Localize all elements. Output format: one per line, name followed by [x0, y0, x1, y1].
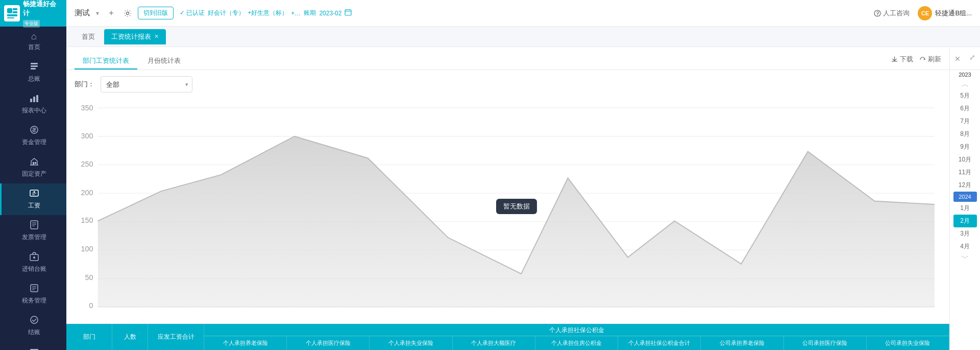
sales-icon [30, 252, 39, 263]
sidebar-item-invoice[interactable]: 发票管理 [0, 215, 66, 247]
svg-text:200: 200 [81, 189, 93, 197]
sidebar-item-ledger[interactable]: 总账 [0, 57, 66, 88]
svg-rect-1 [13, 8, 17, 10]
tabbar: 首页 工资统计报表 ✕ [66, 27, 980, 47]
calendar-icon[interactable] [345, 9, 352, 17]
svg-rect-7 [31, 68, 36, 69]
month-9[interactable]: 9月 [953, 141, 977, 153]
panel-down-button[interactable]: ﹀ [960, 253, 970, 263]
sidebar-nav: ⌂ 首页 总账 报表中心 资金管理 固定资产 [0, 27, 66, 350]
main-area: 测试 ▾ ＋ 切到旧版 ✓ 已认证 好会计（专） +好生意（标） +… 账期 2… [66, 0, 980, 350]
add-button[interactable]: ＋ [105, 7, 117, 19]
subtab-bar: 部门工资统计表 月份统计表 下载 刷新 [66, 47, 949, 70]
month-3[interactable]: 3月 [953, 227, 977, 240]
svg-text:250: 250 [81, 160, 93, 168]
month-12[interactable]: 12月 [953, 179, 977, 192]
month-4[interactable]: 4月 [953, 240, 977, 253]
sidebar-item-funds[interactable]: 资金管理 [0, 120, 66, 152]
tab-close-button[interactable]: ✕ [154, 33, 159, 40]
table-col-dept: 部门 [66, 324, 112, 350]
svg-text:350: 350 [81, 104, 93, 112]
svg-rect-13 [35, 162, 36, 164]
user-menu[interactable]: CE 轻捷通B组... [918, 6, 972, 20]
filter-bar: 部门： 全部 部门一 部门二 ▾ [66, 70, 949, 99]
refresh-button[interactable]: 刷新 [919, 55, 941, 64]
app-logo: 畅捷通好会计 专业版 [0, 0, 66, 27]
table-col-personal-housing-fund: 个人承担住房公积金 [535, 336, 618, 350]
panel-close-button[interactable]: ✕ [952, 53, 963, 65]
table-header: 部门 人数 应发工资合计 个人承担社保公积金 个人承担养老保险 [66, 323, 949, 350]
sidebar-item-salary[interactable]: 工资 [0, 183, 66, 215]
content-area: 部门工资统计表 月份统计表 下载 刷新 [66, 47, 980, 350]
old-version-button[interactable]: 切到旧版 [138, 7, 174, 19]
month-11[interactable]: 11月 [953, 166, 977, 179]
dept-filter-label: 部门： [75, 80, 94, 89]
panel-up-button[interactable]: ︿ [960, 79, 970, 89]
sidebar-item-tax[interactable]: 税务管理 [0, 278, 66, 310]
table-col-personal-medical: 个人承担医疗保险 [287, 336, 370, 350]
app-name: 畅捷通好会计 专业版 [23, 0, 62, 28]
month-10[interactable]: 10月 [953, 153, 977, 166]
funds-icon [30, 125, 39, 136]
month-5[interactable]: 5月 [953, 89, 977, 102]
month-6[interactable]: 6月 [953, 102, 977, 115]
topbar: 测试 ▾ ＋ 切到旧版 ✓ 已认证 好会计（专） +好生意（标） +… 账期 2… [66, 0, 980, 27]
sidebar-item-archive[interactable]: 归档管理 [0, 342, 66, 350]
salary-icon [30, 189, 39, 199]
logo-icon [4, 5, 20, 21]
company-name: 测试 [75, 8, 90, 18]
company-dropdown-arrow[interactable]: ▾ [96, 10, 99, 17]
panel-expand-button[interactable]: ⤢ [967, 51, 977, 63]
archive-icon [30, 347, 39, 350]
month-1[interactable]: 1月 [953, 202, 977, 215]
assist-label: 人工咨询 [883, 9, 910, 18]
svg-rect-6 [31, 65, 38, 67]
topbar-status: ✓ 已认证 好会计（专） +好生意（标） +… 账期 2023-02 [180, 9, 352, 17]
tag2: +好生意（标） [248, 9, 288, 17]
period-label: 账期 [304, 9, 316, 17]
assets-icon [30, 157, 39, 168]
sidebar-item-reports[interactable]: 报表中心 [0, 88, 66, 120]
sidebar: 畅捷通好会计 专业版 ⌂ 首页 总账 报表中心 资金管理 [0, 0, 66, 350]
month-7[interactable]: 7月 [953, 115, 977, 128]
svg-text:100: 100 [81, 245, 93, 253]
certified-label: ✓ 已认证 [180, 9, 205, 17]
sidebar-item-settle[interactable]: 结账 [0, 310, 66, 342]
ledger-icon [30, 62, 39, 73]
table-col-personal-pension: 个人承担养老保险 [204, 336, 287, 350]
svg-point-18 [33, 256, 35, 259]
month-8[interactable]: 8月 [953, 128, 977, 141]
table-col-company-unemployment: 公司承担失业保险 [867, 336, 949, 350]
subtab-dept[interactable]: 部门工资统计表 [75, 53, 137, 69]
settings-button[interactable] [121, 7, 134, 19]
svg-rect-9 [33, 97, 35, 102]
svg-rect-8 [30, 99, 32, 102]
svg-point-15 [33, 191, 35, 193]
month-2-active[interactable]: 2月 [953, 215, 977, 227]
download-button[interactable]: 下载 [891, 55, 913, 64]
year-2023-label: 2023 [957, 70, 973, 79]
chart-area: 350 300 250 200 150 100 50 0 [66, 99, 949, 323]
svg-text:150: 150 [81, 216, 93, 224]
svg-rect-12 [33, 162, 34, 165]
right-panel: ✕ ⤢ 2023 ︿ 5月 6月 7月 8月 9月 10月 11月 12月 20… [949, 47, 980, 350]
table-col-personal-unemployment: 个人承担失业保险 [370, 336, 452, 350]
tab-home[interactable]: 首页 [75, 29, 102, 44]
table-col-company-medical: 公司承担医疗保险 [784, 336, 867, 350]
sidebar-item-assets[interactable]: 固定资产 [0, 152, 66, 183]
assist-button[interactable]: 人工咨询 [874, 9, 910, 18]
subtab-monthly[interactable]: 月份统计表 [139, 53, 189, 69]
svg-rect-2 [13, 11, 17, 13]
svg-point-20 [31, 316, 38, 323]
user-name: 轻捷通B组... [935, 9, 972, 18]
period-value: 2023-02 [319, 10, 341, 17]
svg-text:50: 50 [85, 273, 93, 282]
dept-select[interactable]: 全部 部门一 部门二 [101, 76, 192, 92]
sidebar-item-home[interactable]: ⌂ 首页 [0, 27, 66, 57]
svg-rect-10 [36, 95, 38, 102]
tab-salary-report[interactable]: 工资统计报表 ✕ [104, 29, 166, 44]
sidebar-item-sales[interactable]: 进销台账 [0, 247, 66, 278]
chart-tooltip: 暂无数据 [496, 199, 537, 214]
svg-point-29 [877, 14, 878, 15]
svg-rect-27 [345, 10, 351, 15]
